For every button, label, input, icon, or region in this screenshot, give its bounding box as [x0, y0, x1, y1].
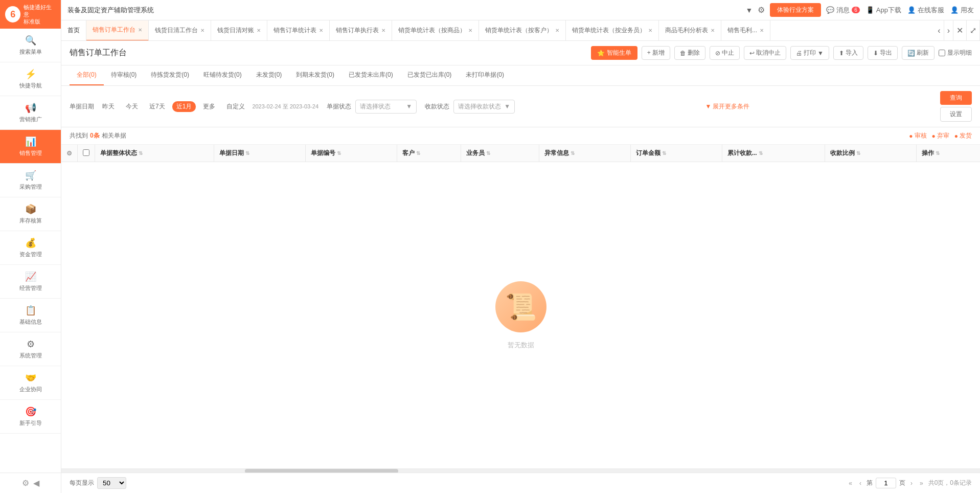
- solution-button[interactable]: 体验行业方案: [770, 3, 821, 17]
- tab-close-6[interactable]: ✕: [468, 28, 472, 33]
- export-button[interactable]: ⬇ 导出: [868, 46, 898, 60]
- import-button[interactable]: ⬆ 导入: [833, 46, 863, 60]
- date-chip-0[interactable]: 昨天: [98, 101, 119, 112]
- expand-conditions-btn[interactable]: ▼ 展开更多条件: [705, 102, 750, 111]
- tab-prev-btn[interactable]: ‹: [935, 20, 944, 41]
- tab-close-5[interactable]: ✕: [381, 28, 385, 33]
- message-btn[interactable]: 💬 消息 6: [826, 6, 860, 15]
- col-header-4[interactable]: 业务员⇅: [461, 145, 539, 162]
- last-page-btn[interactable]: »: [918, 479, 925, 488]
- col-checkbox[interactable]: [78, 145, 95, 162]
- collapse-icon[interactable]: ◀: [33, 478, 39, 488]
- tab-10[interactable]: 销售毛利...✕: [721, 20, 770, 41]
- horizontal-scrollbar[interactable]: [61, 468, 980, 473]
- col-settings-icon[interactable]: ⚙: [66, 150, 72, 157]
- first-page-btn[interactable]: «: [847, 479, 854, 488]
- tab-3[interactable]: 钱货日清对账✕: [211, 20, 267, 41]
- tab-close-4[interactable]: ✕: [319, 28, 323, 33]
- filter-tab-5[interactable]: 到期未发货(0): [289, 65, 341, 85]
- filter-tab-8[interactable]: 未打印单据(0): [459, 65, 511, 85]
- sidebar-item-5[interactable]: 📦库存核算: [0, 197, 61, 231]
- filter-tab-4[interactable]: 未发货(0): [249, 65, 289, 85]
- tab-0[interactable]: 首页: [61, 20, 86, 41]
- sidebar-item-1[interactable]: ⚡快捷导航: [0, 62, 61, 96]
- date-chip-1[interactable]: 今天: [122, 101, 142, 112]
- sidebar-item-4[interactable]: 🛒采购管理: [0, 164, 61, 197]
- tab-close-9[interactable]: ✕: [711, 28, 715, 33]
- col-header-7[interactable]: 累计收款...⇅: [722, 145, 825, 162]
- filter-tab-0[interactable]: 全部(0): [70, 65, 104, 85]
- col-header-0[interactable]: 单据整体状态⇅: [95, 145, 214, 162]
- add-button[interactable]: + 新增: [642, 46, 670, 60]
- prev-page-btn[interactable]: ‹: [857, 479, 863, 488]
- tab-close-3[interactable]: ✕: [257, 28, 261, 33]
- sidebar-item-11[interactable]: 🎯新手引导: [0, 400, 61, 434]
- user-btn[interactable]: 👤 用友: [950, 6, 974, 15]
- search-button[interactable]: 查询: [940, 91, 972, 105]
- sidebar-item-10[interactable]: 🤝企业协同: [0, 366, 61, 400]
- status-select[interactable]: 请选择状态 ▼: [355, 100, 417, 114]
- bulk-btn-0[interactable]: ● 审核: [909, 131, 926, 140]
- tab-5[interactable]: 销售订单执行表✕: [330, 20, 392, 41]
- tab-4[interactable]: 销售订单统计表✕: [267, 20, 330, 41]
- tab-close-2[interactable]: ✕: [200, 28, 204, 33]
- tab-close-all-btn[interactable]: ✕: [953, 20, 967, 41]
- tab-close-1[interactable]: ✕: [138, 27, 142, 33]
- col-header-3[interactable]: 客户⇅: [397, 145, 461, 162]
- sidebar-item-6[interactable]: 💰资金管理: [0, 231, 61, 265]
- show-detail-input[interactable]: [939, 50, 945, 56]
- online-service-btn[interactable]: 👤 在线客服: [907, 6, 944, 15]
- sidebar-item-0[interactable]: 🔍搜索菜单: [0, 29, 61, 62]
- filter-tab-3[interactable]: 旺铺待发货(0): [196, 65, 249, 85]
- col-header-6[interactable]: 订单金额⇅: [630, 145, 722, 162]
- tab-close-10[interactable]: ✕: [760, 28, 764, 33]
- stop-button[interactable]: ⊘ 中止: [710, 46, 740, 60]
- sidebar-item-9[interactable]: ⚙系统管理: [0, 332, 61, 366]
- select-all-checkbox[interactable]: [83, 149, 89, 156]
- refresh-button[interactable]: 🔄 刷新: [902, 46, 935, 60]
- col-header-1[interactable]: 单据日期⇅: [214, 145, 305, 162]
- tab-close-8[interactable]: ✕: [648, 28, 652, 33]
- sidebar-item-8[interactable]: 📋基础信息: [0, 299, 61, 332]
- set-button[interactable]: 设置: [940, 107, 972, 122]
- show-detail-checkbox[interactable]: 显示明细: [939, 49, 972, 57]
- tab-2[interactable]: 钱货日清工作台✕: [149, 20, 211, 41]
- col-header-9[interactable]: 操作⇅: [917, 145, 980, 162]
- system-title-arrow[interactable]: ▼: [745, 6, 753, 14]
- tab-8[interactable]: 销货单统计表（按业务员）✕: [566, 20, 659, 41]
- tab-1[interactable]: 销售订单工作台✕: [86, 20, 149, 41]
- page-number-input[interactable]: [876, 478, 896, 488]
- next-page-btn[interactable]: ›: [908, 479, 915, 488]
- filter-tab-1[interactable]: 待审核(0): [104, 65, 144, 85]
- bulk-btn-1[interactable]: ● 弃审: [932, 131, 949, 140]
- tab-maximize-btn[interactable]: ⤢: [967, 20, 980, 41]
- settings-bottom-icon[interactable]: ⚙: [22, 478, 29, 488]
- date-chip-5[interactable]: 自定义: [222, 101, 249, 112]
- date-chip-2[interactable]: 近7天: [145, 101, 169, 112]
- print-button[interactable]: 🖨 打印 ▼: [790, 46, 829, 60]
- filter-tab-7[interactable]: 已发货已出库(0): [400, 65, 459, 85]
- header-settings-icon[interactable]: ⚙: [758, 5, 765, 15]
- collect-select[interactable]: 请选择收款状态 ▼: [453, 100, 515, 114]
- tab-6[interactable]: 销货单统计表（按商品）✕: [392, 20, 479, 41]
- app-download-btn[interactable]: 📱 App下载: [866, 6, 901, 15]
- per-page-select[interactable]: 50 100 200: [97, 477, 126, 489]
- smart-generate-button[interactable]: ⭐ 智能生单: [591, 46, 637, 60]
- col-header-2[interactable]: 单据编号⇅: [305, 145, 397, 162]
- sidebar-item-2[interactable]: 📢营销推广: [0, 96, 61, 130]
- cancel-stop-button[interactable]: ↩ 取消中止: [744, 46, 786, 60]
- filter-tab-6[interactable]: 已发货未出库(0): [341, 65, 400, 85]
- tab-9[interactable]: 商品毛利分析表✕: [659, 20, 721, 41]
- col-header-5[interactable]: 异常信息⇅: [539, 145, 630, 162]
- tab-close-7[interactable]: ✕: [555, 28, 559, 33]
- col-header-8[interactable]: 收款比例⇅: [825, 145, 917, 162]
- date-chip-4[interactable]: 更多: [199, 101, 219, 112]
- date-chip-3[interactable]: 近1月: [172, 101, 196, 112]
- bulk-btn-2[interactable]: ● 发货: [954, 131, 972, 140]
- sidebar-item-7[interactable]: 📈经营管理: [0, 265, 61, 299]
- filter-tab-2[interactable]: 待拣货发货(0): [144, 65, 196, 85]
- sidebar-item-3[interactable]: 📊销售管理: [0, 130, 61, 164]
- tab-next-btn[interactable]: ›: [944, 20, 953, 41]
- tab-7[interactable]: 销货单统计表（按客户）✕: [479, 20, 566, 41]
- delete-button[interactable]: 🗑 删除: [674, 46, 705, 60]
